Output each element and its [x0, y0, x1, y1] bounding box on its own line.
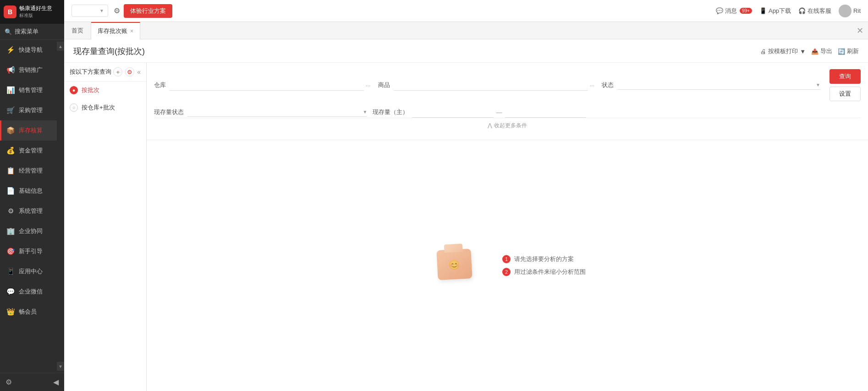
sidebar-item-wechat[interactable]: 💬 企业微信	[0, 282, 57, 302]
sidebar-search[interactable]: 🔍 搜索菜单	[0, 24, 64, 40]
messages-label: 消息	[725, 7, 737, 15]
finance-icon: 💰	[6, 146, 15, 155]
sidebar-item-system[interactable]: ⚙ 系统管理	[0, 201, 57, 221]
add-scheme-button[interactable]: +	[113, 67, 122, 76]
scheme-label: 按仓库+批次	[82, 103, 115, 112]
search-label: 搜索菜单	[15, 27, 38, 36]
product-input[interactable]	[394, 80, 588, 91]
sidebar-item-label: 资金管理	[19, 147, 43, 155]
messages-group[interactable]: 💬 消息 99+	[716, 7, 752, 15]
stock-qty-field: 现存量（主） —	[373, 107, 586, 118]
settings-footer-icon[interactable]: ⚙	[5, 378, 12, 386]
sidebar-item-inventory[interactable]: 📦 库存核算	[0, 120, 57, 141]
product-more-btn[interactable]: ···	[588, 82, 597, 89]
query-button[interactable]: 查询	[830, 69, 861, 84]
app-title-block: 畅康通好生意 标准版	[19, 5, 52, 19]
print-button[interactable]: 🖨 按模板打印 ▼	[760, 47, 806, 55]
sidebar-item-apps[interactable]: 📱 应用中心	[0, 261, 57, 282]
collapse-sidebar-icon[interactable]: ◀	[53, 378, 59, 386]
online-service-label: 在线客服	[808, 7, 831, 15]
tab-label: 库存批次账	[98, 27, 127, 35]
app-subtitle: 标准版	[19, 12, 52, 19]
sidebar-item-marketing[interactable]: 📢 营销推广	[0, 60, 57, 80]
app-download-group[interactable]: 📱 App下载	[759, 7, 791, 15]
sidebar-item-label: 销售管理	[19, 86, 43, 94]
collapse-panel-button[interactable]: «	[137, 68, 141, 76]
sidebar-item-member[interactable]: 👑 畅会员	[0, 302, 57, 322]
guide-icon: 🎯	[6, 247, 15, 256]
stock-status-label: 现存量状态	[154, 108, 184, 116]
sidebar-item-basic[interactable]: 📄 基础信息	[0, 181, 57, 201]
warehouse-input[interactable]	[170, 80, 364, 91]
stock-qty-dash: —	[496, 109, 502, 116]
sales-icon: 📊	[6, 86, 15, 95]
topbar-gear-icon[interactable]: ⚙	[114, 6, 120, 15]
sidebar-item-enterprise[interactable]: 🏢 企业协同	[0, 221, 57, 241]
sidebar-item-label: 营销推广	[19, 66, 43, 74]
main-area: ▼ ⚙ 体验行业方案 💬 消息 99+ 📱 App下载 🎧 在线客服 Rit	[64, 0, 868, 391]
panel-header-actions: + ⚙ «	[113, 67, 141, 76]
search-icon: 🔍	[5, 28, 12, 35]
stock-qty-from-input[interactable]	[412, 107, 493, 118]
scheme-settings-button[interactable]: ⚙	[125, 67, 134, 76]
topbar-selector[interactable]: ▼	[71, 5, 108, 17]
sidebar-item-label: 经营管理	[19, 167, 43, 175]
sidebar-item-guide[interactable]: 🎯 新手引导	[0, 241, 57, 261]
sidebar-item-finance[interactable]: 💰 资金管理	[0, 141, 57, 161]
sidebar-nav: ⚡ 快捷导航 📢 营销推广 📊 销售管理 🛒 采购管理 📦 库存核算 💰	[0, 40, 57, 373]
warehouse-more-btn[interactable]: ···	[364, 82, 373, 89]
filter-settings-button[interactable]: 设置	[830, 87, 861, 101]
message-icon: 💬	[716, 7, 723, 14]
sidebar-item-quick-nav[interactable]: ⚡ 快捷导航	[0, 40, 57, 60]
inventory-icon: 📦	[6, 126, 15, 135]
sidebar-item-purchase[interactable]: 🛒 采购管理	[0, 100, 57, 120]
user-group[interactable]: Rit	[839, 5, 861, 17]
filter-row-2: 现存量状态 ▼ 现存量（主） —	[154, 107, 861, 118]
tab-home[interactable]: 首页	[64, 22, 91, 39]
online-service-group[interactable]: 🎧 在线客服	[798, 7, 831, 15]
sidebar-item-label: 系统管理	[19, 207, 43, 215]
status-label: 状态	[602, 81, 614, 89]
content-area: 现存量查询(按批次) 🖨 按模板打印 ▼ 📤 导出 🔄 刷新	[64, 39, 868, 391]
scheme-active-icon: ●	[70, 86, 78, 94]
sidebar-item-label: 基础信息	[19, 187, 43, 195]
product-label: 商品	[378, 81, 390, 89]
tab-close-icon[interactable]: ×	[130, 28, 133, 34]
sidebar-item-operations[interactable]: 📋 经营管理	[0, 161, 57, 181]
status-select[interactable]: ▼	[617, 81, 820, 90]
messages-badge: 99+	[740, 8, 752, 14]
tip-1-text: 请先选择要分析的方案	[514, 255, 574, 263]
scroll-up-arrow[interactable]: ▲	[57, 42, 64, 51]
product-field: 商品 ···	[378, 80, 597, 91]
refresh-icon: 🔄	[838, 48, 845, 55]
scheme-item-batch[interactable]: ● 按批次	[64, 81, 146, 99]
illustration-wrapper: 😊	[429, 238, 484, 293]
panel-header-label: 按以下方案查询	[70, 68, 111, 76]
collapse-more-btn[interactable]: ⋀ 收起更多条件	[154, 118, 861, 133]
sidebar-item-sales[interactable]: 📊 销售管理	[0, 80, 57, 100]
tab-inventory-batch[interactable]: 库存批次账 ×	[91, 22, 140, 39]
scroll-down-arrow[interactable]: ▼	[57, 362, 64, 371]
tip-2-num: 2	[502, 268, 511, 276]
operations-icon: 📋	[6, 166, 15, 175]
box-face-icon: 😊	[448, 259, 460, 270]
export-button[interactable]: 📤 导出	[811, 47, 832, 55]
stock-status-select[interactable]: ▼	[187, 108, 367, 117]
collapse-label: 收起更多条件	[494, 122, 527, 129]
stock-qty-to-input[interactable]	[505, 107, 586, 118]
trial-button[interactable]: 体验行业方案	[124, 4, 172, 18]
marketing-icon: 📢	[6, 65, 15, 75]
close-panel-btn[interactable]: ✕	[852, 22, 868, 39]
filter-row-1: 仓库 ··· 商品 ···	[154, 69, 861, 101]
tabbar: 首页 库存批次账 × ✕	[64, 22, 868, 39]
stock-status-dropdown-icon: ▼	[363, 109, 367, 114]
sidebar-item-label: 企业协同	[19, 227, 43, 235]
enterprise-icon: 🏢	[6, 227, 15, 236]
avatar	[839, 5, 852, 17]
purchase-icon: 🛒	[6, 106, 15, 115]
sidebar-footer: ⚙ ◀	[0, 373, 64, 391]
print-dropdown-icon: ▼	[800, 48, 806, 55]
system-icon: ⚙	[6, 206, 15, 216]
refresh-button[interactable]: 🔄 刷新	[838, 47, 859, 55]
scheme-item-warehouse-batch[interactable]: ○ 按仓库+批次	[64, 99, 146, 116]
